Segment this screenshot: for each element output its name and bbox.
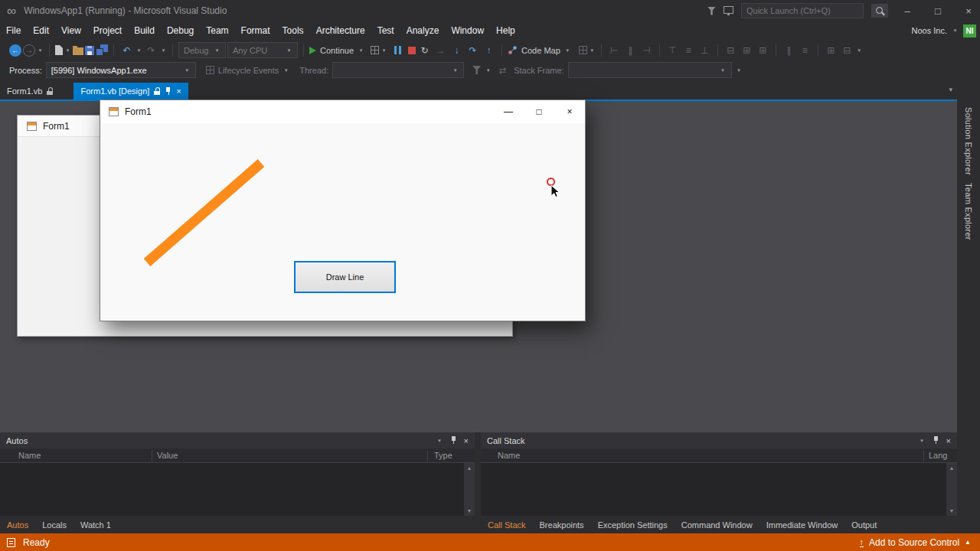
break-all-button[interactable] xyxy=(394,46,401,54)
diagnostics-chevron-down-icon[interactable]: ▾ xyxy=(381,47,387,54)
pin-icon[interactable] xyxy=(165,87,172,96)
scroll-down-icon[interactable]: ▼ xyxy=(949,506,955,516)
quick-launch-input[interactable] xyxy=(742,6,863,15)
align-middles-icon[interactable]: ≡ xyxy=(681,46,696,55)
align-centers-icon[interactable]: ∥ xyxy=(623,46,638,55)
tab-watch-1[interactable]: Watch 1 xyxy=(74,520,118,530)
close-panel-icon[interactable]: × xyxy=(946,436,951,445)
live-visual-tree-icon[interactable] xyxy=(579,46,587,54)
new-file-chevron-down-icon[interactable]: ▾ xyxy=(64,47,71,54)
column-type[interactable]: Type xyxy=(434,451,452,460)
vertical-spacing-icon[interactable]: ≡ xyxy=(798,46,812,55)
menu-analyze[interactable]: Analyze xyxy=(400,21,446,40)
feedback-icon[interactable] xyxy=(707,7,716,15)
send-to-back-icon[interactable]: ⊟ xyxy=(840,46,854,55)
show-next-statement-icon[interactable]: → xyxy=(433,46,448,55)
scroll-down-icon[interactable]: ▼ xyxy=(467,506,472,516)
stack-frame-dropdown[interactable]: ▾ xyxy=(568,62,732,78)
column-value[interactable]: Value xyxy=(157,451,178,460)
step-out-button[interactable]: ↑ xyxy=(482,46,496,55)
align-rights-icon[interactable]: ⊣ xyxy=(639,46,654,55)
scroll-up-icon[interactable]: ▲ xyxy=(467,463,472,473)
tab-output[interactable]: Output xyxy=(844,520,884,530)
column-name[interactable]: Name xyxy=(498,451,520,460)
align-bottoms-icon[interactable]: ⊥ xyxy=(697,46,712,55)
minimize-button[interactable]: – xyxy=(896,0,919,21)
live-visual-tree-chevron-down-icon[interactable]: ▾ xyxy=(589,47,596,54)
lifecycle-events-button[interactable]: Lifecycle Events xyxy=(218,66,279,75)
pin-icon[interactable] xyxy=(450,436,457,445)
open-file-icon[interactable] xyxy=(73,47,83,55)
lifecycle-events-chevron-down-icon[interactable]: ▾ xyxy=(283,67,289,73)
scroll-up-icon[interactable]: ▲ xyxy=(949,463,955,473)
code-map-button[interactable]: Code Map xyxy=(521,46,560,55)
diagnostics-icon[interactable] xyxy=(371,46,379,54)
account-name[interactable]: Noos Inc. xyxy=(912,26,947,35)
call-stack-scrollbar[interactable]: ▲ ▼ xyxy=(946,463,957,516)
menu-project[interactable]: Project xyxy=(87,21,128,40)
column-name[interactable]: Name xyxy=(18,451,41,460)
navigate-back-button[interactable]: ← xyxy=(9,44,21,57)
filter-chevron-down-icon[interactable]: ▾ xyxy=(485,67,492,73)
close-panel-icon[interactable]: × xyxy=(464,436,469,445)
draw-line-button[interactable]: Draw Line xyxy=(294,261,396,293)
tab-breakpoints[interactable]: Breakpoints xyxy=(533,520,591,530)
redo-icon[interactable]: ↷ xyxy=(144,46,158,55)
align-tops-icon[interactable]: ⊤ xyxy=(665,46,680,55)
menu-help[interactable]: Help xyxy=(490,21,521,40)
bring-to-front-icon[interactable]: ⊞ xyxy=(824,46,838,55)
continue-play-icon[interactable] xyxy=(309,47,316,54)
undo-icon[interactable]: ↶ xyxy=(119,46,134,55)
account-avatar[interactable]: NI xyxy=(963,24,976,37)
sidebar-tab-team-explorer[interactable]: Team Explorer xyxy=(964,183,973,240)
redo-chevron-down-icon[interactable]: ▾ xyxy=(160,47,167,54)
tab-command-window[interactable]: Command Window xyxy=(675,520,760,530)
horizontal-spacing-icon[interactable]: ∥ xyxy=(782,46,796,55)
continue-button[interactable]: Continue xyxy=(320,46,354,55)
restart-button[interactable]: ↻ xyxy=(417,46,432,55)
filter-threads-icon[interactable] xyxy=(472,66,481,74)
autos-panel-header[interactable]: Autos ▾ × xyxy=(0,432,475,448)
tab-locals[interactable]: Locals xyxy=(35,520,74,530)
menu-format[interactable]: Format xyxy=(235,21,276,40)
debugbar-overflow-chevron-icon[interactable]: ▾ xyxy=(736,67,743,73)
app-minimize-button[interactable]: — xyxy=(493,100,524,123)
same-size-icon[interactable]: ⊞ xyxy=(756,46,770,55)
stop-debugging-button[interactable] xyxy=(408,47,416,54)
close-button[interactable]: × xyxy=(957,0,980,21)
thread-dropdown[interactable]: ▾ xyxy=(332,62,464,78)
tab-exception-settings[interactable]: Exception Settings xyxy=(591,520,675,530)
new-file-icon[interactable] xyxy=(55,45,63,55)
document-list-chevron-icon[interactable]: ▾ xyxy=(949,86,952,93)
save-all-icon[interactable] xyxy=(96,44,108,56)
close-tab-icon[interactable]: × xyxy=(176,86,181,96)
send-feedback-icon[interactable] xyxy=(724,6,733,14)
app-close-button[interactable]: × xyxy=(554,100,585,123)
call-stack-panel-header[interactable]: Call Stack ▾ × xyxy=(481,432,957,448)
step-over-button[interactable]: ↷ xyxy=(466,46,480,55)
menu-window[interactable]: Window xyxy=(445,21,490,40)
save-icon[interactable] xyxy=(85,46,94,55)
undo-chevron-down-icon[interactable]: ▾ xyxy=(136,47,142,54)
menu-debug[interactable]: Debug xyxy=(161,21,200,40)
continue-chevron-down-icon[interactable]: ▾ xyxy=(358,47,364,54)
menu-edit[interactable]: Edit xyxy=(27,21,55,40)
tab-immediate-window[interactable]: Immediate Window xyxy=(760,520,845,530)
quick-launch-box[interactable] xyxy=(741,3,864,18)
navigation-chevron-down-icon[interactable]: ▾ xyxy=(37,47,44,54)
same-width-icon[interactable]: ⊟ xyxy=(724,46,738,55)
tab-autos[interactable]: Autos xyxy=(0,520,35,530)
process-dropdown[interactable]: [5996] WindowsApp1.exe▾ xyxy=(46,62,196,78)
tab-call-stack[interactable]: Call Stack xyxy=(481,520,533,530)
autos-scrollbar[interactable]: ▲ ▼ xyxy=(464,463,475,516)
lifecycle-events-icon[interactable] xyxy=(206,66,214,74)
menu-tools[interactable]: Tools xyxy=(276,21,310,40)
menu-view[interactable]: View xyxy=(55,21,87,40)
navigate-forward-button[interactable]: → xyxy=(23,44,35,57)
account-chevron-down-icon[interactable]: ▾ xyxy=(952,28,959,34)
app-maximize-button[interactable]: □ xyxy=(524,100,554,123)
menu-team[interactable]: Team xyxy=(200,21,234,40)
menu-file[interactable]: File xyxy=(0,21,27,40)
menu-test[interactable]: Test xyxy=(371,21,400,40)
toggle-flagged-threads-icon[interactable]: ⇄ xyxy=(495,66,510,75)
